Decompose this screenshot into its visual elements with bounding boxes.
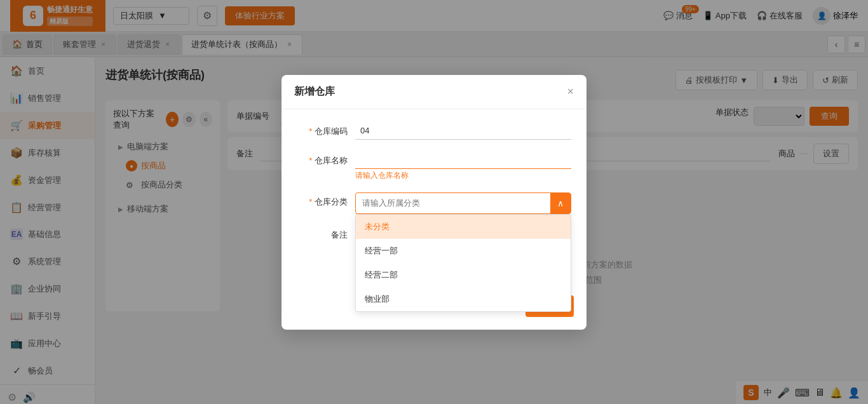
code-required: * [309,126,312,136]
dropdown-item-1[interactable]: 经营一部 [356,239,571,263]
dropdown-item-2[interactable]: 经营二部 [356,263,571,287]
name-required: * [309,156,312,165]
category-input[interactable] [356,194,550,212]
category-label: * 仓库分类 [297,192,348,208]
code-row: * 仓库编码 [297,122,571,140]
modal-body: * 仓库编码 * 仓库名称 请输入仓库名称 [281,109,587,288]
category-field-wrap: ∧ 未分类 经营一部 经营二部 物业部 [355,192,571,214]
modal-title: 新增仓库 [294,85,335,98]
warehouse-name-input[interactable] [355,151,571,169]
category-input-wrap: ∧ [355,192,571,214]
category-toggle-icon[interactable]: ∧ [550,193,571,213]
category-dropdown: 未分类 经营一部 经营二部 物业部 [355,214,571,312]
modal-close-button[interactable]: × [567,85,574,98]
name-row: * 仓库名称 请输入仓库名称 [297,151,571,181]
name-field-wrap: 请输入仓库名称 [355,151,571,181]
modal-header: 新增仓库 × [281,75,587,109]
note-form-label: 备注 [297,226,348,241]
cat-required: * [309,197,312,206]
dropdown-item-0[interactable]: 未分类 [356,215,571,239]
category-row: * 仓库分类 ∧ 未分类 经营一部 经营二部 物业部 [297,192,571,214]
name-label: * 仓库名称 [297,151,348,166]
code-field-wrap [355,122,571,140]
add-warehouse-modal: 新增仓库 × * 仓库编码 * 仓库名称 [281,75,587,330]
warehouse-code-input[interactable] [355,122,571,140]
dropdown-item-3[interactable]: 物业部 [356,287,571,311]
modal-overlay: 新增仓库 × * 仓库编码 * 仓库名称 [0,0,868,404]
name-error-msg: 请输入仓库名称 [355,170,571,181]
code-label: * 仓库编码 [297,122,348,137]
